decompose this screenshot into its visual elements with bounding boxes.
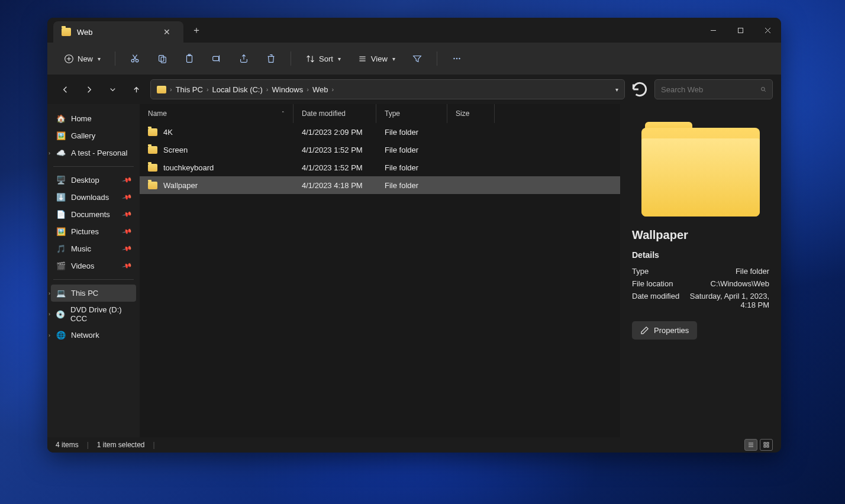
gallery-icon: 🖼️ [56, 131, 66, 141]
column-size[interactable]: Size [447, 104, 495, 123]
titlebar: Web ✕ ＋ [47, 18, 781, 43]
sidebar-item-gallery[interactable]: 🖼️Gallery [51, 127, 136, 144]
details-pane: Wallpaper Details TypeFile folder File l… [620, 104, 781, 437]
statusbar: 4 items | 1 item selected | [47, 437, 781, 453]
sidebar-item-personal[interactable]: ›☁️A test - Personal [51, 144, 136, 161]
up-button[interactable] [127, 80, 146, 99]
delete-button[interactable] [260, 48, 282, 69]
ellipsis-icon [451, 53, 462, 64]
sidebar-item-pictures[interactable]: 🖼️Pictures📌 [51, 223, 136, 240]
plus-circle-icon [64, 54, 74, 64]
svg-rect-1 [738, 28, 743, 33]
svg-rect-30 [764, 445, 766, 447]
downloads-icon: ⬇️ [56, 192, 66, 202]
details-title: Wallpaper [632, 228, 769, 242]
column-name[interactable]: Name˄ [140, 104, 294, 123]
filter-button[interactable] [406, 48, 428, 69]
cut-button[interactable] [124, 48, 146, 69]
sidebar-item-home[interactable]: 🏠Home [51, 110, 136, 127]
close-window-button[interactable] [754, 18, 781, 43]
svg-point-8 [136, 59, 138, 62]
column-modified[interactable]: Date modified [294, 104, 376, 123]
sidebar: 🏠Home 🖼️Gallery ›☁️A test - Personal 🖥️D… [47, 104, 140, 437]
pin-icon[interactable]: 📌 [122, 175, 133, 185]
svg-rect-31 [767, 445, 769, 447]
tab-title: Web [77, 28, 153, 37]
copy-icon [157, 53, 167, 64]
properties-button[interactable]: Properties [632, 321, 697, 340]
refresh-button[interactable] [630, 79, 650, 99]
pin-icon[interactable]: 📌 [122, 260, 133, 271]
folder-icon [148, 182, 157, 189]
svg-point-7 [131, 59, 134, 62]
home-icon: 🏠 [56, 114, 66, 124]
chevron-right-icon[interactable]: › [49, 150, 50, 156]
pin-icon[interactable]: 📌 [122, 226, 133, 237]
sidebar-item-documents[interactable]: 📄Documents📌 [51, 206, 136, 223]
status-item-count: 4 items [56, 441, 79, 449]
forward-button[interactable] [79, 80, 98, 99]
sort-button[interactable]: Sort▾ [299, 49, 347, 69]
network-icon: 🌐 [56, 330, 66, 340]
sidebar-item-desktop[interactable]: 🖥️Desktop📌 [51, 172, 136, 189]
file-row-selected[interactable]: Wallpaper4/1/2023 4:18 PMFile folder [140, 176, 620, 194]
chevron-down-icon[interactable]: ▾ [615, 86, 618, 93]
sidebar-item-network[interactable]: ›🌐Network [51, 327, 136, 344]
folder-icon [148, 128, 157, 136]
breadcrumb-disk[interactable]: Local Disk (C:) [212, 85, 263, 94]
chevron-down-icon: ▾ [98, 56, 101, 62]
sidebar-item-thispc[interactable]: ›💻This PC [51, 285, 136, 302]
close-tab-button[interactable]: ✕ [159, 24, 175, 40]
new-button[interactable]: New▾ [58, 49, 107, 69]
file-row[interactable]: Screen4/1/2023 1:52 PMFile folder [140, 141, 620, 159]
back-button[interactable] [56, 80, 75, 99]
scissors-icon [130, 53, 140, 64]
pin-icon[interactable]: 📌 [122, 209, 133, 219]
search-box[interactable] [654, 79, 773, 99]
column-type[interactable]: Type [376, 104, 447, 123]
sidebar-item-downloads[interactable]: ⬇️Downloads📌 [51, 189, 136, 206]
svg-line-24 [765, 91, 766, 92]
maximize-button[interactable] [727, 18, 754, 43]
svg-point-20 [453, 58, 454, 59]
sidebar-item-dvd[interactable]: ›💿DVD Drive (D:) CCC [51, 302, 136, 327]
sidebar-item-music[interactable]: 🎵Music📌 [51, 240, 136, 257]
svg-point-21 [456, 58, 457, 59]
chevron-right-icon[interactable]: › [49, 290, 50, 296]
chevron-right-icon[interactable]: › [49, 332, 50, 338]
search-input[interactable] [661, 85, 760, 94]
paste-button[interactable] [178, 48, 201, 69]
sort-icon [305, 54, 315, 64]
share-button[interactable] [233, 48, 255, 69]
file-row[interactable]: 4K4/1/2023 2:09 PMFile folder [140, 123, 620, 141]
status-selected-count: 1 item selected [97, 441, 145, 449]
breadcrumb-web[interactable]: Web [312, 85, 328, 94]
recent-dropdown[interactable] [103, 80, 122, 99]
rename-button[interactable] [205, 48, 228, 69]
share-icon [238, 53, 249, 64]
more-button[interactable] [446, 48, 468, 69]
music-icon: 🎵 [56, 244, 66, 254]
address-bar[interactable]: › This PC› Local Disk (C:)› Windows› Web… [150, 79, 625, 99]
breadcrumb-thispc[interactable]: This PC [176, 85, 203, 94]
pin-icon[interactable]: 📌 [122, 192, 133, 202]
browser-tab[interactable]: Web ✕ [53, 21, 183, 43]
chevron-right-icon[interactable]: › [49, 311, 50, 317]
view-button[interactable]: View▾ [351, 49, 401, 69]
details-view-button[interactable] [744, 439, 757, 451]
details-header: Details [632, 250, 769, 260]
clipboard-icon [184, 53, 195, 64]
sidebar-item-videos[interactable]: 🎬Videos📌 [51, 257, 136, 274]
folder-icon [148, 146, 157, 154]
file-row[interactable]: touchkeyboard4/1/2023 1:52 PMFile folder [140, 159, 620, 176]
body: 🏠Home 🖼️Gallery ›☁️A test - Personal 🖥️D… [47, 104, 781, 437]
pin-icon[interactable]: 📌 [122, 243, 133, 254]
large-icons-view-button[interactable] [760, 439, 773, 451]
view-list-icon [357, 54, 367, 64]
copy-button[interactable] [151, 48, 173, 69]
dvd-icon: 💿 [56, 309, 65, 319]
new-tab-button[interactable]: ＋ [188, 22, 205, 38]
breadcrumb-windows[interactable]: Windows [272, 85, 304, 94]
pencil-icon [640, 326, 649, 335]
minimize-button[interactable] [699, 18, 727, 43]
